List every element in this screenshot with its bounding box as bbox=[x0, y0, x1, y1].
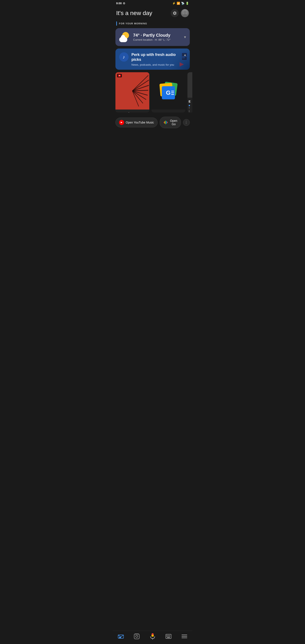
mix-lines-decoration bbox=[116, 72, 149, 110]
avatar-image bbox=[181, 9, 189, 17]
gnews-line-2 bbox=[171, 92, 174, 93]
svg-line-9 bbox=[132, 80, 149, 91]
status-icons: ⚡ 📶 📡 🔋 bbox=[172, 2, 189, 5]
status-time: 9:00 ⊙ bbox=[116, 2, 125, 5]
svg-marker-21 bbox=[121, 122, 122, 123]
media-cards-row: Your Mix YouTube Music Endless personali… bbox=[113, 72, 192, 115]
svg-point-0 bbox=[183, 10, 186, 14]
partial-thumb bbox=[188, 72, 192, 98]
youtube-mix-thumbnail bbox=[116, 72, 149, 110]
status-bar: 9:00 ⊙ ⚡ 📶 📡 🔋 bbox=[113, 0, 192, 6]
weather-card[interactable]: 74° · Partly Cloudy Current location · H… bbox=[116, 28, 190, 46]
time-display: 9:00 bbox=[116, 2, 122, 5]
google-news-btn-icon bbox=[163, 120, 168, 125]
section-label: FOR YOUR MORNING bbox=[113, 20, 192, 28]
audio-note-icon: ♪ bbox=[119, 52, 128, 62]
audio-card-title: Perk up with fresh audio picks bbox=[132, 52, 184, 62]
youtube-mix-info: Your Mix YouTube Music Endless personali… bbox=[116, 110, 149, 112]
open-youtube-music-button[interactable]: Open YouTube Music bbox=[116, 118, 158, 127]
google-news-logo: G bbox=[160, 82, 177, 99]
action-buttons-row: Open YouTube Music Open Go ⋮ bbox=[113, 115, 192, 132]
page-title: It's a new day bbox=[116, 10, 152, 16]
google-news-info: News Google News Top stories and news fo… bbox=[152, 110, 185, 112]
svg-rect-24 bbox=[166, 120, 166, 124]
svg-rect-26 bbox=[167, 122, 168, 123]
open-google-news-button[interactable]: Open Go bbox=[160, 117, 181, 128]
weather-expand-icon: ▾ bbox=[184, 35, 186, 40]
gear-icon bbox=[172, 11, 177, 15]
svg-rect-25 bbox=[166, 121, 167, 124]
gnews-blue-card: G bbox=[162, 86, 175, 99]
cloud-icon bbox=[119, 37, 127, 42]
settings-button[interactable] bbox=[171, 9, 179, 17]
audio-picks-card[interactable]: ♪ Perk up with fresh audio picks News, p… bbox=[116, 48, 190, 70]
partial-card-line1: T bbox=[189, 107, 192, 109]
battery-icon: 🔋 bbox=[186, 2, 189, 5]
youtube-music-btn-icon bbox=[119, 120, 124, 125]
music-note-icon: ♪ bbox=[123, 54, 125, 60]
partial-card-line2: 2 bbox=[189, 110, 192, 112]
section-title: FOR YOUR MORNING bbox=[119, 22, 147, 25]
audio-card-subtitle: News, podcasts, and music for you bbox=[132, 63, 184, 66]
svg-point-1 bbox=[182, 14, 188, 17]
more-options-icon: ⋮ bbox=[184, 120, 188, 124]
svg-rect-23 bbox=[164, 121, 165, 124]
wifi-icon: 📶 bbox=[177, 2, 180, 5]
weather-subtitle: Current location · H: 86° L: 72° bbox=[133, 38, 171, 41]
audio-collapse-icon: ▴ bbox=[184, 52, 186, 57]
google-news-title: News bbox=[154, 112, 183, 112]
screen-record-icon: ⊙ bbox=[123, 2, 125, 5]
google-news-card[interactable]: G News bbox=[152, 72, 185, 112]
header: It's a new day bbox=[113, 6, 192, 20]
section-bar-accent bbox=[116, 22, 117, 26]
google-news-btn-icon-svg bbox=[164, 120, 168, 124]
partial-info: E T 2 bbox=[188, 98, 192, 112]
youtube-music-play-icon bbox=[120, 122, 123, 124]
audio-card-info: Perk up with fresh audio picks News, pod… bbox=[132, 52, 184, 66]
header-actions bbox=[171, 9, 189, 17]
open-google-news-label: Open Go bbox=[170, 119, 177, 126]
weather-left: 74° · Partly Cloudy Current location · H… bbox=[119, 32, 171, 42]
gnews-line-1 bbox=[171, 91, 174, 91]
weather-icon bbox=[119, 32, 130, 42]
avatar[interactable] bbox=[181, 9, 189, 17]
google-news-thumbnail: G bbox=[152, 72, 185, 110]
partial-card-letter: E bbox=[189, 100, 192, 103]
svg-rect-22 bbox=[164, 122, 164, 123]
more-options-button[interactable]: ⋮ bbox=[183, 119, 190, 126]
open-youtube-music-label: Open YouTube Music bbox=[126, 121, 154, 124]
gnews-line-3 bbox=[171, 94, 174, 95]
weather-info: 74° · Partly Cloudy Current location · H… bbox=[133, 33, 171, 41]
audio-card-left: ♪ Perk up with fresh audio picks News, p… bbox=[119, 52, 184, 66]
youtube-mix-title: Your Mix bbox=[118, 112, 147, 112]
svg-line-12 bbox=[132, 91, 148, 95]
avatar-svg bbox=[181, 9, 189, 17]
partial-dot bbox=[189, 105, 190, 106]
weather-main: 74° · Partly Cloudy bbox=[133, 33, 171, 38]
signal-icon: 📡 bbox=[181, 2, 184, 5]
gnews-letter-g: G bbox=[166, 90, 171, 96]
gnews-lines bbox=[171, 91, 174, 95]
bluetooth-icon: ⚡ bbox=[172, 2, 176, 5]
partial-card[interactable]: E T 2 bbox=[188, 72, 192, 112]
youtube-music-card[interactable]: Your Mix YouTube Music Endless personali… bbox=[116, 72, 149, 112]
